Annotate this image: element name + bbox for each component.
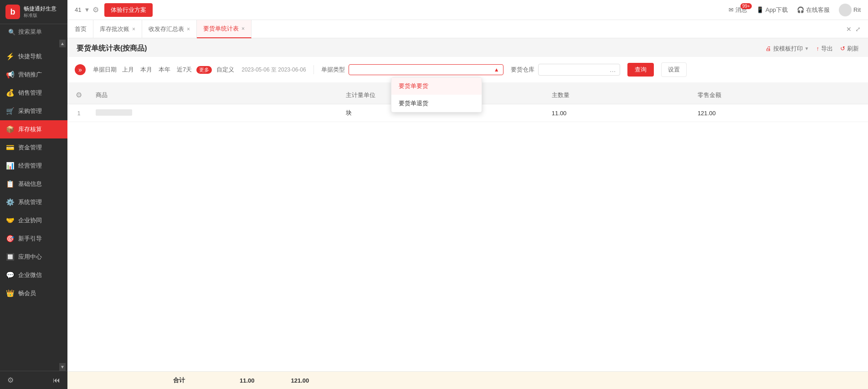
- query-btn[interactable]: 查询: [627, 63, 654, 77]
- type-dropdown: 要货单要货 要货单退货: [391, 77, 482, 113]
- store-number: 41: [75, 6, 81, 13]
- sidebar-item-inventory[interactable]: 📦 库存核算: [0, 120, 67, 138]
- date-range-text: 2023-05-06 至 2023-06-06: [241, 66, 306, 74]
- cell-amount: 121.00: [692, 104, 868, 122]
- filter-bar: » 单据日期 上月 本月 本年 近7天 更多 自定义 2023-05-06 至 …: [67, 57, 868, 82]
- filter-settings-btn[interactable]: 设置: [661, 62, 687, 77]
- date-filter-label: 单据日期: [93, 66, 117, 74]
- message-icon: ✉: [729, 6, 734, 13]
- tab-receive-summary[interactable]: 收发存汇总表 ×: [142, 20, 197, 38]
- export-btn[interactable]: ↑ 导出: [817, 45, 833, 53]
- sidebar-item-label: 新手引导: [18, 235, 42, 243]
- logo-icon: b: [5, 5, 20, 19]
- apps-icon: 🔲: [5, 252, 15, 261]
- shortcut-last-month[interactable]: 上月: [120, 65, 136, 75]
- sidebar-item-basic[interactable]: 📋 基础信息: [0, 175, 67, 193]
- tab-batch-account[interactable]: 库存批次账 ×: [93, 20, 142, 38]
- sidebar-item-finance[interactable]: 💳 资金管理: [0, 138, 67, 157]
- date-filter-group: 单据日期 上月 本月 本年 近7天 更多 自定义 2023-05-06 至 20…: [93, 65, 306, 75]
- cell-quantity: 11.00: [546, 104, 692, 122]
- wechat-icon: 💬: [5, 271, 15, 280]
- store-selector[interactable]: 41 ▼ ⚙: [75, 5, 99, 14]
- settings-icon[interactable]: ⚙: [92, 5, 99, 14]
- sidebar-settings-icon[interactable]: ⚙: [7, 376, 14, 384]
- print-btn[interactable]: 🖨 按模板打印 ▼: [765, 45, 809, 53]
- sidebar-item-member[interactable]: 👑 畅会员: [0, 284, 67, 302]
- avatar: [839, 4, 852, 16]
- tab-actions: ✕ ⤢: [846, 26, 861, 33]
- tab-receive-summary-close[interactable]: ×: [187, 26, 190, 32]
- tab-close-all[interactable]: ✕: [846, 26, 852, 33]
- online-service-btn[interactable]: 🎧 在线客服: [797, 6, 830, 14]
- sidebar-collapse-icon[interactable]: ⏮: [53, 376, 60, 384]
- sidebar-item-wechat[interactable]: 💬 企业微信: [0, 266, 67, 284]
- topbar-right: ✉ 消息 99+ 📱 App下载 🎧 在线客服 Rit: [729, 4, 861, 16]
- col-settings[interactable]: ⚙: [67, 86, 90, 104]
- topbar-left: 41 ▼ ⚙ 体验行业方案: [75, 3, 153, 17]
- user-avatar-btn[interactable]: Rit: [839, 4, 861, 16]
- filter-expand-btn[interactable]: »: [75, 64, 86, 75]
- sidebar: b 畅捷通好生意 标准版 🔍 搜索菜单 ▲ ⚡ 快捷导航 📢 营销推广 💰 销售…: [0, 0, 67, 389]
- sidebar-item-label: 系统管理: [18, 198, 42, 206]
- sidebar-item-operation[interactable]: 📊 经营管理: [0, 157, 67, 175]
- type-filter-label: 单据类型: [321, 66, 345, 74]
- sidebar-scroll-down[interactable]: ▼: [59, 363, 66, 371]
- shortcut-this-year[interactable]: 本年: [157, 65, 172, 75]
- sidebar-item-sales[interactable]: 💰 销售管理: [0, 84, 67, 102]
- refresh-btn[interactable]: ↺ 刷新: [840, 45, 859, 53]
- table-footer: 合计 11.00 121.00: [67, 371, 868, 389]
- shortcut-more[interactable]: 更多: [196, 66, 212, 74]
- tab-batch-account-label: 库存批次账: [100, 25, 129, 33]
- refresh-label: 刷新: [847, 45, 859, 53]
- shortcut-last-7[interactable]: 近7天: [175, 65, 194, 75]
- sidebar-search[interactable]: 🔍 搜索菜单: [0, 24, 67, 40]
- messages-btn[interactable]: ✉ 消息 99+: [729, 6, 747, 14]
- sidebar-item-purchase[interactable]: 🛒 采购管理: [0, 102, 67, 120]
- sidebar-item-label: 采购管理: [18, 107, 42, 115]
- dropdown-item-return-goods[interactable]: 要货单退货: [391, 95, 482, 112]
- tab-batch-account-close[interactable]: ×: [132, 26, 135, 32]
- sidebar-item-quick-nav[interactable]: ⚡ 快捷导航: [0, 47, 67, 66]
- dropdown-item-order-goods[interactable]: 要货单要货: [391, 77, 482, 95]
- sidebar-item-label: 应用中心: [18, 253, 42, 261]
- shortcut-this-month[interactable]: 本月: [139, 65, 154, 75]
- store-dropdown-icon: ▼: [84, 6, 90, 13]
- total-label: 合计: [173, 376, 185, 384]
- tab-expand[interactable]: ⤢: [855, 26, 861, 33]
- total-quantity: 11.00: [240, 377, 255, 384]
- type-select-chevron: ▲: [494, 67, 499, 73]
- app-download-btn[interactable]: 📱 App下载: [756, 6, 788, 14]
- sidebar-item-system[interactable]: ⚙️ 系统管理: [0, 193, 67, 211]
- finance-icon: 💳: [5, 143, 15, 152]
- tab-home-label: 首页: [75, 25, 87, 33]
- col-amount: 零售金额: [692, 86, 868, 104]
- sidebar-item-label: 销售管理: [18, 89, 42, 97]
- tab-order-summary[interactable]: 要货单统计表 ×: [197, 20, 252, 38]
- shortcut-custom[interactable]: 自定义: [215, 65, 236, 75]
- tab-order-summary-close[interactable]: ×: [241, 26, 245, 32]
- sidebar-item-guide[interactable]: 🎯 新手引导: [0, 230, 67, 248]
- tab-order-summary-label: 要货单统计表: [203, 25, 239, 33]
- tabs-bar: 首页 库存批次账 × 收发存汇总表 × 要货单统计表 × ✕ ⤢: [67, 20, 868, 38]
- sidebar-item-apps[interactable]: 🔲 应用中心: [0, 248, 67, 266]
- sidebar-nav: ⚡ 快捷导航 📢 营销推广 💰 销售管理 🛒 采购管理 📦 库存核算 💳 资金管…: [0, 47, 67, 363]
- warehouse-filter-label: 要货仓库: [511, 66, 534, 74]
- logo-subtitle: 标准版: [24, 12, 56, 19]
- sidebar-scroll-up[interactable]: ▲: [59, 40, 66, 47]
- marketing-icon: 📢: [5, 70, 15, 79]
- export-label: 导出: [821, 45, 833, 53]
- trial-btn[interactable]: 体验行业方案: [104, 3, 153, 17]
- purchase-icon: 🛒: [5, 107, 15, 116]
- sidebar-item-marketing[interactable]: 📢 营销推广: [0, 66, 67, 84]
- sidebar-item-label: 经营管理: [18, 162, 42, 170]
- operation-icon: 📊: [5, 161, 15, 170]
- tab-home[interactable]: 首页: [75, 20, 93, 38]
- warehouse-select[interactable]: …: [538, 64, 620, 76]
- column-settings-icon[interactable]: ⚙: [76, 91, 82, 99]
- logo-title: 畅捷通好生意: [24, 5, 56, 13]
- print-icon: 🖨: [765, 45, 771, 52]
- more-filters-btn[interactable]: …: [610, 66, 616, 73]
- sidebar-item-enterprise[interactable]: 🤝 企业协同: [0, 211, 67, 230]
- type-select[interactable]: ▲: [349, 64, 503, 75]
- print-dropdown-icon: ▼: [805, 46, 809, 51]
